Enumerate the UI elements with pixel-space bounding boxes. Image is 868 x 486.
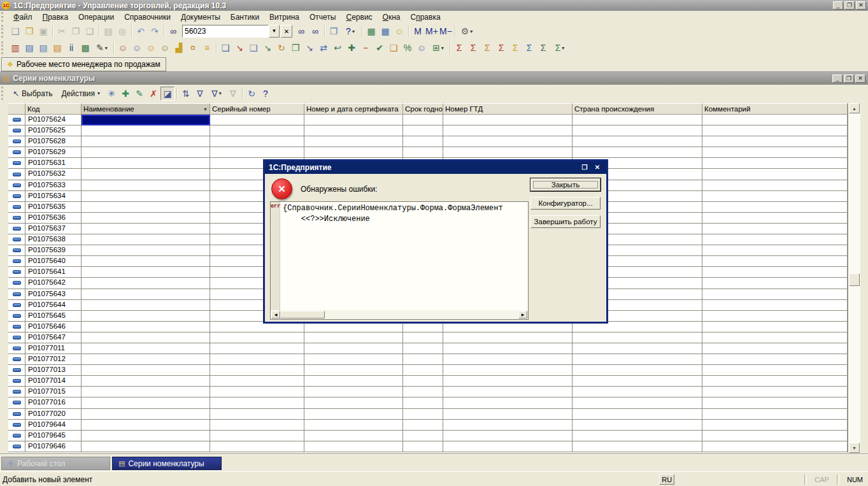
add-coins-icon[interactable]: ✚ bbox=[345, 41, 359, 55]
cell-code[interactable]: P01077016 bbox=[25, 397, 82, 408]
cell-name[interactable] bbox=[82, 224, 210, 234]
cell-comment[interactable] bbox=[702, 158, 848, 169]
dialog-restore-button[interactable]: ❐ bbox=[580, 163, 590, 172]
cell-comment[interactable] bbox=[702, 376, 848, 387]
actions-button[interactable]: Действия ▾ bbox=[57, 88, 104, 99]
menu-operations[interactable]: Операции bbox=[73, 11, 119, 23]
cell-comment[interactable] bbox=[702, 441, 848, 452]
cell-gtd[interactable] bbox=[443, 376, 573, 387]
cell-comment[interactable] bbox=[702, 115, 848, 125]
cell-code[interactable]: P01075633 bbox=[25, 180, 82, 191]
print-icon[interactable]: ▤ bbox=[101, 24, 115, 38]
filter-settings-icon[interactable]: ∇ bbox=[207, 87, 226, 101]
cell-country[interactable] bbox=[573, 387, 702, 397]
order-document2-icon[interactable]: ❑ bbox=[246, 41, 260, 55]
cell-expiry[interactable] bbox=[403, 420, 443, 431]
cell-code[interactable]: P01075644 bbox=[25, 300, 82, 311]
cell-name[interactable] bbox=[82, 300, 210, 311]
report-sales-icon[interactable]: Σ bbox=[452, 41, 466, 55]
table-row[interactable]: P01077013 bbox=[8, 365, 848, 376]
cell-name[interactable] bbox=[82, 376, 210, 387]
print-document-icon[interactable]: ▤ bbox=[36, 41, 50, 55]
cell-certificate[interactable] bbox=[304, 387, 403, 397]
toolbar-grip[interactable] bbox=[1, 87, 6, 101]
client-coins-icon[interactable]: ☺ bbox=[158, 41, 172, 55]
order-document-icon[interactable]: ❑ bbox=[218, 41, 232, 55]
menu-bantiki[interactable]: Бантики bbox=[225, 11, 264, 23]
cell-code[interactable]: P01077020 bbox=[25, 409, 82, 420]
task-tab-series[interactable]: ▤ Серии номенклатуры bbox=[112, 457, 222, 470]
report-lines-icon[interactable]: Σ bbox=[536, 41, 550, 55]
new-document-icon[interactable]: ❑ bbox=[8, 24, 22, 38]
cell-gtd[interactable] bbox=[443, 125, 573, 136]
menu-service[interactable]: Сервис bbox=[341, 11, 377, 23]
column-certificate[interactable]: Номер и дата сертификата bbox=[304, 103, 403, 115]
cell-code[interactable]: P01077015 bbox=[25, 387, 82, 397]
cell-code[interactable]: P01075643 bbox=[25, 289, 82, 300]
cell-code[interactable]: P01075629 bbox=[25, 147, 82, 158]
doc-coins-icon[interactable]: ❑ bbox=[387, 41, 401, 55]
cell-certificate[interactable] bbox=[304, 420, 403, 431]
add-item-icon[interactable]: ✳ bbox=[104, 87, 118, 101]
find-next-icon[interactable]: ∞ bbox=[294, 24, 308, 38]
doc-percent-icon[interactable]: % bbox=[401, 41, 415, 55]
scroll-right-icon[interactable]: ▶ bbox=[518, 311, 527, 318]
cell-comment[interactable] bbox=[702, 147, 848, 158]
cell-comment[interactable] bbox=[702, 409, 848, 420]
table-row[interactable]: P01075647 bbox=[8, 332, 848, 343]
report-debt-icon[interactable]: Σ bbox=[522, 41, 536, 55]
cell-name[interactable] bbox=[82, 180, 210, 191]
scroll-up-icon[interactable]: ▲ bbox=[849, 103, 860, 113]
coins-stack-icon[interactable]: ≡ bbox=[200, 41, 214, 55]
cell-comment[interactable] bbox=[702, 191, 848, 202]
horizontal-scrollbar[interactable]: ◀ ▶ bbox=[271, 310, 527, 318]
cell-certificate[interactable] bbox=[304, 409, 403, 420]
cell-code[interactable]: P01075637 bbox=[25, 224, 82, 234]
cell-certificate[interactable] bbox=[304, 343, 403, 354]
cell-comment[interactable] bbox=[702, 136, 848, 147]
cell-comment[interactable] bbox=[702, 202, 848, 213]
cell-name[interactable] bbox=[82, 278, 210, 289]
cell-name[interactable] bbox=[82, 256, 210, 267]
table-row[interactable]: P01079646 bbox=[8, 441, 848, 452]
cell-serial[interactable] bbox=[210, 343, 304, 354]
report-clients-icon[interactable]: Σ bbox=[466, 41, 480, 55]
cell-comment[interactable] bbox=[702, 300, 848, 311]
column-country[interactable]: Страна происхождения bbox=[573, 103, 702, 115]
report-orders-icon[interactable]: Σ bbox=[508, 41, 522, 55]
cell-code[interactable]: P01075634 bbox=[25, 191, 82, 202]
cell-code[interactable]: P01075646 bbox=[25, 322, 82, 332]
cell-serial[interactable] bbox=[210, 125, 304, 136]
add-group-icon[interactable]: ✚ bbox=[118, 87, 132, 101]
cell-expiry[interactable] bbox=[403, 354, 443, 365]
user-doc-icon[interactable]: ☺ bbox=[415, 41, 429, 55]
cell-serial[interactable] bbox=[210, 420, 304, 431]
cell-comment[interactable] bbox=[702, 431, 848, 441]
task-tab-desktop[interactable]: ❖ Рабочий стол bbox=[1, 457, 110, 470]
cell-comment[interactable] bbox=[702, 322, 848, 332]
coins-cycle-icon[interactable]: ↻ bbox=[274, 41, 288, 55]
cell-serial[interactable] bbox=[210, 376, 304, 387]
cell-name[interactable] bbox=[82, 125, 210, 136]
manager-icon[interactable]: ☺ bbox=[116, 41, 130, 55]
table-row[interactable]: P01079644 bbox=[8, 420, 848, 431]
child-close-button[interactable]: ✕ bbox=[855, 75, 865, 83]
scroll-down-icon[interactable]: ▼ bbox=[849, 443, 860, 453]
cell-name[interactable] bbox=[82, 354, 210, 365]
calc-m-plus-icon[interactable]: M+ bbox=[425, 24, 439, 38]
cell-code[interactable]: P01075639 bbox=[25, 245, 82, 256]
scrollbar-thumb[interactable] bbox=[280, 311, 325, 318]
help-1c-icon[interactable]: ? bbox=[341, 24, 360, 38]
cell-name[interactable] bbox=[82, 202, 210, 213]
cell-name[interactable] bbox=[82, 365, 210, 376]
cell-certificate[interactable] bbox=[304, 136, 403, 147]
cell-serial[interactable] bbox=[210, 147, 304, 158]
child-restore-button[interactable]: ❐ bbox=[844, 75, 854, 83]
help-icon[interactable]: ? bbox=[259, 87, 273, 101]
cell-certificate[interactable] bbox=[304, 115, 403, 125]
clear-search-button[interactable]: ✕ bbox=[281, 25, 292, 38]
cell-name[interactable] bbox=[82, 234, 210, 245]
combo-dropdown-icon[interactable]: ▼ bbox=[269, 25, 280, 38]
table-row[interactable]: P01077014 bbox=[8, 376, 848, 387]
vertical-scrollbar[interactable]: ▲ ▼ bbox=[848, 103, 860, 453]
